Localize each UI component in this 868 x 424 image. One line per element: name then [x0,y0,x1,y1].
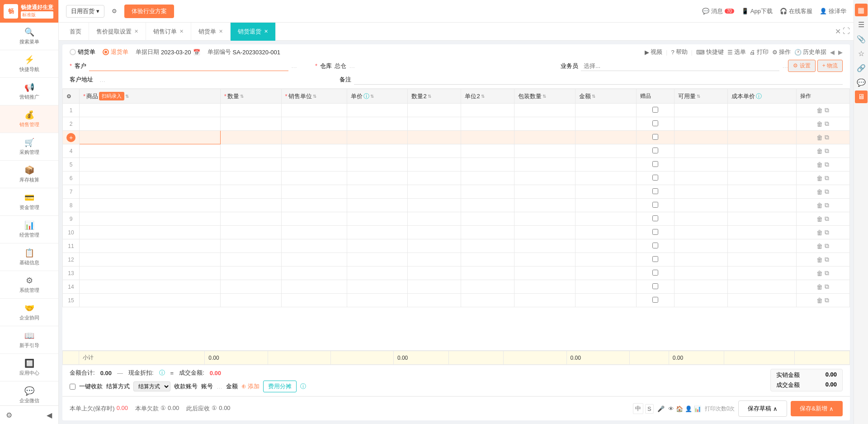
gift-checkbox-9[interactable] [652,215,658,221]
amount-cell-4[interactable] [576,144,637,158]
copy-row-14[interactable]: ⧉ [825,283,829,291]
sales-unit-cell-14[interactable] [281,280,347,294]
sort-product-icon[interactable]: ⇅ [125,94,129,99]
pack-qty-cell-2[interactable] [514,117,576,131]
unit-price-cell-2[interactable] [347,117,408,131]
unit-price-cell-15[interactable] [347,294,408,307]
quantity-cell-13[interactable] [220,267,281,280]
tab-sales-return[interactable]: 销货退货✕ [231,23,276,41]
cost-price-cell-1[interactable] [728,104,797,117]
tab-home[interactable]: 首页 [62,23,89,41]
unit2-cell-9[interactable] [461,212,514,226]
gift-checkbox-5[interactable] [652,161,658,167]
unit-price-cell-9[interactable] [347,212,408,226]
quantity2-cell-7[interactable] [408,185,461,199]
unit-price-cell-1[interactable] [347,104,408,117]
copy-row-5[interactable]: ⧉ [825,161,829,168]
copy-row-1[interactable]: ⧉ [825,106,829,114]
prev-record-button[interactable]: ◀ [830,49,835,56]
copy-row-6[interactable]: ⧉ [825,174,829,182]
sidebar-item-wechat[interactable]: 💬企业微信 [0,381,58,405]
cost-price-cell-11[interactable] [728,239,797,253]
cost-price-cell-13[interactable] [728,267,797,280]
copy-row-13[interactable]: ⧉ [825,269,829,277]
product-cell-9[interactable] [80,212,221,226]
unit2-cell-6[interactable] [461,172,514,185]
sidebar-collapse-icon[interactable]: ◀ [44,410,55,420]
warehouse-dots[interactable]: … [349,62,355,69]
copy-row-10[interactable]: ⧉ [825,229,829,236]
sidebar-item-inventory[interactable]: 📦库存核算 [0,161,58,188]
unit2-cell-7[interactable] [461,185,514,199]
gift-checkbox-15[interactable] [652,297,658,303]
sales-unit-cell-10[interactable] [281,226,347,239]
pack-qty-cell-15[interactable] [514,294,576,307]
sidebar-item-apps[interactable]: 🔲应用中心 [0,354,58,381]
unit2-cell-1[interactable] [461,104,514,117]
grid-view-button[interactable]: ▦ [855,4,868,16]
quantity2-cell-5[interactable] [408,158,461,172]
product-cell-15[interactable] [80,294,221,307]
maximize-button[interactable]: ⛶ [843,27,850,36]
unit2-cell-11[interactable] [461,239,514,253]
price-info-icon[interactable]: ⓘ [363,92,369,100]
quantity-cell-7[interactable] [220,185,281,199]
unit2-cell-12[interactable] [461,253,514,267]
available-cell-12[interactable] [675,253,728,267]
close-tab-price-setting[interactable]: ✕ [134,29,138,34]
quantity-cell-14[interactable] [220,280,281,294]
sales-unit-cell-7[interactable] [281,185,347,199]
sort-unit-icon[interactable]: ⇅ [313,94,316,99]
cost-price-cell-14[interactable] [728,280,797,294]
product-input[interactable] [83,134,217,141]
quantity2-cell-15[interactable] [408,294,461,307]
history-action[interactable]: 🕐 历史单据 [794,48,826,56]
cost-price-cell-9[interactable] [728,212,797,226]
tab-price-setting[interactable]: 售价提取设置✕ [89,23,146,41]
product-cell-8[interactable] [80,199,221,212]
unit-price-cell-13[interactable] [347,267,408,280]
sidebar-item-sales[interactable]: 💰销售管理 [0,105,58,133]
video-action[interactable]: ▶ 视频 [645,48,662,56]
sales-unit-cell-9[interactable] [281,212,347,226]
product-cell-4[interactable] [80,144,221,158]
quantity2-cell-13[interactable] [408,267,461,280]
sales-unit-cell-1[interactable] [281,104,347,117]
available-cell-6[interactable] [675,172,728,185]
gift-checkbox-8[interactable] [652,202,658,208]
quantity2-cell-12[interactable] [408,253,461,267]
pack-qty-cell-3[interactable] [514,131,576,144]
quantity2-cell-11[interactable] [408,239,461,253]
product-cell-12[interactable] [80,253,221,267]
delete-row-12[interactable]: 🗑 [816,256,823,263]
sort-avail-icon[interactable]: ⇅ [697,94,700,99]
quantity-cell-3[interactable] [220,131,281,144]
gift-checkbox-13[interactable] [652,270,658,276]
gift-checkbox-6[interactable] [652,175,658,181]
sidebar-item-purchase[interactable]: 🛒采购管理 [0,133,58,161]
save-draft-button[interactable]: 保存草稿 ∧ [738,400,787,417]
delete-row-9[interactable]: 🗑 [816,215,823,223]
delete-row-7[interactable]: 🗑 [816,188,823,195]
gift-checkbox-11[interactable] [652,243,658,248]
unit2-cell-5[interactable] [461,158,514,172]
sales-unit-cell-6[interactable] [281,172,347,185]
amount-cell-3[interactable] [576,131,637,144]
fee-split-button[interactable]: 费用分摊 [263,381,297,392]
attach-button[interactable]: 📎 [855,33,868,45]
bottom-tool-icon-4[interactable]: 👁 [668,405,674,412]
copy-row-7[interactable]: ⧉ [825,188,829,195]
star-button[interactable]: ☆ [855,47,868,60]
pack-qty-cell-12[interactable] [514,253,576,267]
cost-price-cell-8[interactable] [728,199,797,212]
list-view-button[interactable]: ☰ [855,18,868,31]
available-cell-13[interactable] [675,267,728,280]
online-service-button[interactable]: 🎧 在线客服 [780,7,812,15]
sidebar-item-marketing[interactable]: 📢营销推广 [0,78,58,105]
amount-cell-2[interactable] [576,117,637,131]
category-select[interactable]: 日用百货 ▾ [66,5,104,18]
app-download-button[interactable]: 📱 App下载 [741,7,773,15]
gift-checkbox-4[interactable] [652,148,658,153]
delete-row-4[interactable]: 🗑 [816,147,823,155]
gift-checkbox-3[interactable] [652,134,658,140]
